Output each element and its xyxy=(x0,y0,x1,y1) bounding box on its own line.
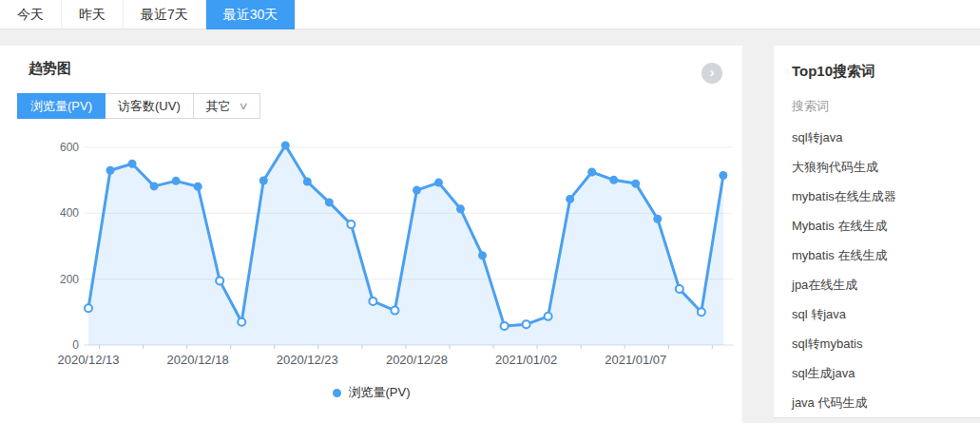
metric-tab[interactable]: 浏览量(PV) xyxy=(17,93,106,119)
date-range-tab[interactable]: 今天 xyxy=(0,0,62,29)
svg-text:0: 0 xyxy=(72,338,79,352)
search-term-list: sql转java大狼狗代码生成mybatis在线生成器Mybatis 在线生成m… xyxy=(774,123,980,417)
search-term-item[interactable]: mybatis 在线生成 xyxy=(774,240,980,270)
search-term-item[interactable]: java 代码生成 xyxy=(774,388,980,417)
next-chart-button[interactable]: › xyxy=(701,63,722,84)
search-term-column-header: 搜索词 xyxy=(774,81,980,115)
metric-tabbar: 浏览量(PV)访客数(UV)其它∨ xyxy=(17,93,260,119)
chevron-right-icon: › xyxy=(710,64,715,80)
date-range-tab[interactable]: 最近7天 xyxy=(124,0,206,29)
date-range-tab[interactable]: 最近30天 xyxy=(206,0,296,29)
svg-text:2020/12/23: 2020/12/23 xyxy=(277,353,338,367)
metric-other-label: 其它 xyxy=(206,98,231,115)
svg-text:2020/12/13: 2020/12/13 xyxy=(57,353,119,367)
chevron-down-icon: ∨ xyxy=(238,100,248,112)
trend-chart: 02004006002020/12/132020/12/182020/12/23… xyxy=(36,135,740,375)
svg-text:600: 600 xyxy=(60,141,79,154)
search-term-item[interactable]: sql转java xyxy=(774,123,980,152)
metric-other-dropdown[interactable]: 其它∨ xyxy=(193,93,260,119)
legend-dot xyxy=(333,389,341,397)
date-range-tabbar: 今天昨天最近7天最近30天 xyxy=(0,0,980,29)
svg-text:400: 400 xyxy=(60,206,79,220)
svg-text:2021/01/07: 2021/01/07 xyxy=(605,353,666,367)
search-term-item[interactable]: 大狼狗代码生成 xyxy=(774,152,980,182)
search-term-item[interactable]: mybatis在线生成器 xyxy=(774,182,980,211)
date-range-tab[interactable]: 昨天 xyxy=(62,0,124,29)
search-term-item[interactable]: sql 转java xyxy=(774,299,980,329)
trend-panel: 趋势图 › 浏览量(PV)访客数(UV)其它∨ 02004006002020/1… xyxy=(0,46,742,423)
svg-text:2021/01/02: 2021/01/02 xyxy=(495,353,557,367)
legend-item-pv[interactable]: 浏览量(PV) xyxy=(0,384,742,401)
svg-text:2020/12/18: 2020/12/18 xyxy=(167,353,229,367)
top-search-panel: Top10搜索词 搜索词 sql转java大狼狗代码生成mybatis在线生成器… xyxy=(774,46,980,418)
search-term-item[interactable]: sql转mybatis xyxy=(774,329,980,358)
search-term-item[interactable]: sql生成java xyxy=(774,358,980,388)
svg-text:200: 200 xyxy=(60,273,79,286)
trend-panel-title: 趋势图 xyxy=(29,60,71,78)
search-term-item[interactable]: jpa在线生成 xyxy=(774,270,980,299)
trend-chart-svg: 02004006002020/12/132020/12/182020/12/23… xyxy=(36,135,740,375)
top-search-title: Top10搜索词 xyxy=(774,46,980,81)
search-term-item[interactable]: Mybatis 在线生成 xyxy=(774,211,980,240)
metric-tab[interactable]: 访客数(UV) xyxy=(105,93,194,119)
svg-text:2020/12/28: 2020/12/28 xyxy=(386,353,448,367)
legend-label: 浏览量(PV) xyxy=(349,384,411,401)
